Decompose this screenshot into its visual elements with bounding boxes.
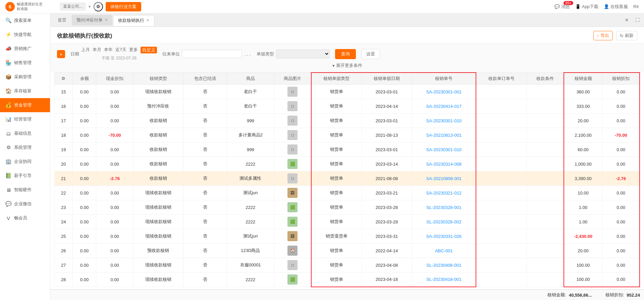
sidebar-label-search: 搜索菜单 xyxy=(14,17,32,24)
unit-filter-dots[interactable]: ... xyxy=(244,50,251,57)
tab-expand-button[interactable]: ⛶ xyxy=(633,16,641,24)
cell-cancel-type: 收款核销 xyxy=(133,128,183,142)
logo-text: 畅捷通谱好生意 标准版 xyxy=(17,2,43,11)
date-link-custom[interactable]: 自定义 xyxy=(141,47,157,53)
cell-receipt-condition xyxy=(527,171,564,186)
page-title: 收款核销执行(按收款) xyxy=(57,32,112,40)
cancel-doc-no-link[interactable]: SL-20230408-001 xyxy=(426,263,461,268)
sidebar-item-base[interactable]: 🗂 基础信息 xyxy=(0,126,50,140)
sidebar-label-finance: 资金管理 xyxy=(14,102,32,108)
sidebar-item-ops[interactable]: 📊 经营管理 xyxy=(0,112,50,126)
table-row: 190.000.00收款核销否999□销货单2023-03-01SA-20230… xyxy=(55,142,640,157)
cancel-doc-no-link[interactable]: SA-20230321-012 xyxy=(426,190,462,196)
cancel-doc-no-link[interactable]: SL-20230328-001 xyxy=(426,205,461,210)
table-row: 170.000.00收款核销否999□销货单2023-03-01SA-20230… xyxy=(55,114,640,128)
cell-receipt-condition xyxy=(527,114,564,128)
col-settings[interactable]: ⚙ xyxy=(55,73,73,85)
cell-cancel-doc-no: SL-20230408-001 xyxy=(412,258,476,272)
sidebar-item-sales[interactable]: 🏪 销售管理 xyxy=(0,56,50,70)
system-icon: ⚙ xyxy=(5,144,11,151)
sidebar-item-guide[interactable]: 📗 新手引导 xyxy=(0,169,50,183)
cancel-doc-no-link[interactable]: SL-20230418-001 xyxy=(426,277,461,282)
cell-receipt-condition xyxy=(527,215,564,229)
tab-prepay-close[interactable]: ✕ xyxy=(105,18,108,22)
cell-cancel-type: 收款核销 xyxy=(133,142,183,157)
sidebar-item-search[interactable]: 🔍 搜索菜单 xyxy=(0,13,50,28)
cell-receipt-condition xyxy=(527,85,564,99)
cancel-doc-no-link[interactable]: SA-20230314-008 xyxy=(426,162,462,167)
cell-cancel-doc-type: 销货单 xyxy=(311,171,362,186)
filter-settings-button[interactable]: 设置 xyxy=(361,49,380,59)
notification-button[interactable]: 💬 消息 99+ xyxy=(554,4,570,10)
cell-balance: 0.00 xyxy=(72,128,96,142)
doc-type-filter-select[interactable] xyxy=(276,49,330,58)
cell-goods: 测试jun xyxy=(227,186,274,200)
date-link-more[interactable]: 更多 xyxy=(129,47,138,53)
sidebar-item-vip[interactable]: V 畅会员 xyxy=(0,211,50,225)
cancel-doc-no-link[interactable]: ABC-001 xyxy=(435,248,453,253)
cancel-doc-no-link[interactable]: SA-20230414-017 xyxy=(426,104,462,109)
col-receipt-condition: 收款条件 xyxy=(527,73,564,85)
sidebar-item-finance[interactable]: 💰 资金管理 xyxy=(0,98,50,112)
cancel-doc-no-link[interactable]: SA-20230301-010 xyxy=(426,118,462,123)
export-button[interactable]: ↑ 导出 xyxy=(593,31,613,40)
date-link-this-year[interactable]: 本年 xyxy=(104,47,113,53)
tab-collection[interactable]: 收款核销执行 ✕ xyxy=(113,15,154,26)
cell-cancel-discount: 0.00 xyxy=(602,244,640,258)
filter-expand-button[interactable]: » xyxy=(57,50,65,58)
query-button[interactable]: 查询 xyxy=(335,49,356,59)
expand-more-conditions[interactable]: ▾ 展开更多条件 xyxy=(332,62,362,69)
cell-receipt-condition xyxy=(527,200,564,215)
date-link-this-month[interactable]: 本月 xyxy=(93,47,101,53)
cell-cash-discount: 0.00 xyxy=(96,186,133,200)
sidebar-item-system[interactable]: ⚙ 系统管理 xyxy=(0,140,50,155)
cancel-doc-no-link[interactable]: SA-20230301-001 xyxy=(426,89,462,94)
sidebar-item-inventory[interactable]: 🏠 库存核算 xyxy=(0,84,50,98)
cancel-doc-no-link[interactable]: SA-20230331-026 xyxy=(426,234,462,239)
sidebar-item-wechat[interactable]: 💬 企业微信 xyxy=(0,197,50,211)
app-download-link[interactable]: 📱 App下载 xyxy=(575,4,598,10)
date-link-7days[interactable]: 近7天 xyxy=(115,47,126,53)
col-cancel-discount: 核销折扣 xyxy=(602,73,640,85)
sidebar-item-company[interactable]: 🏢 企业协同 xyxy=(0,155,50,169)
settings-gear-button[interactable]: ⚙ xyxy=(94,2,103,11)
cell-cancel-type: 收款核销 xyxy=(133,171,183,186)
sidebar-label-system: 系统管理 xyxy=(14,144,32,151)
date-link-last-month[interactable]: 上月 xyxy=(81,47,90,53)
tab-prepay[interactable]: 预付冲应付单 ✕ xyxy=(72,15,112,26)
cancel-doc-no-link[interactable]: SA-20230301-010 xyxy=(426,147,462,152)
cell-including-settled: 否 xyxy=(183,114,227,128)
tab-collection-close[interactable]: ✕ xyxy=(146,18,149,23)
cell-cancel-doc-type: 销货单 xyxy=(311,186,362,200)
date-range-text: 不限 至 2023-07-26 xyxy=(102,55,137,61)
cell-goods-img: 🖼 xyxy=(274,229,311,244)
cancel-doc-no-link[interactable]: SA-20210813-001 xyxy=(426,133,462,138)
cell-goods: 999 xyxy=(227,114,274,128)
cancel-doc-no-link[interactable]: SA-20210808-001 xyxy=(426,176,462,181)
cell-cancel-doc-date: 2023-03-14 xyxy=(362,157,412,171)
cell-cancel-type: 现续收款核销 xyxy=(133,229,183,244)
cell-including-settled: 否 xyxy=(183,272,227,287)
industry-solution-button[interactable]: 休验行业方案 xyxy=(106,2,141,11)
cancel-doc-no-link[interactable]: SL-20230328-002 xyxy=(426,219,461,224)
sidebar-item-purchase[interactable]: 📦 采购管理 xyxy=(0,70,50,84)
online-service-link[interactable]: 👤 在线客服 xyxy=(604,4,628,10)
company-name-display[interactable]: 某某公司... xyxy=(60,2,86,11)
col-balance: 余额 xyxy=(72,73,96,85)
cell-cancel-amount: 360.00 xyxy=(564,85,602,99)
wechat-icon: 💬 xyxy=(5,201,11,207)
cell-goods: 老白干 xyxy=(227,99,274,114)
cell-receipt-order-no xyxy=(476,258,526,272)
tab-close-all-button[interactable]: ✕ xyxy=(623,16,631,24)
cell-balance: 0.00 xyxy=(72,186,96,200)
sidebar-item-shortcut[interactable]: ⚡ 快捷导航 xyxy=(0,28,50,42)
doc-type-filter-label: 单据类型 xyxy=(257,51,274,57)
unit-filter-input[interactable] xyxy=(182,50,242,58)
sidebar-item-smart[interactable]: 🖥 智能硬件 xyxy=(0,183,50,197)
cell-receipt-condition xyxy=(527,186,564,200)
tab-home[interactable]: 首页 xyxy=(53,15,71,26)
refresh-button[interactable]: ↻ 刷新 xyxy=(616,31,637,40)
user-name-display[interactable]: Rit xyxy=(633,4,639,9)
sidebar-item-marketing[interactable]: 📣 营销推广 xyxy=(0,42,50,56)
cell-including-settled: 否 xyxy=(183,244,227,258)
